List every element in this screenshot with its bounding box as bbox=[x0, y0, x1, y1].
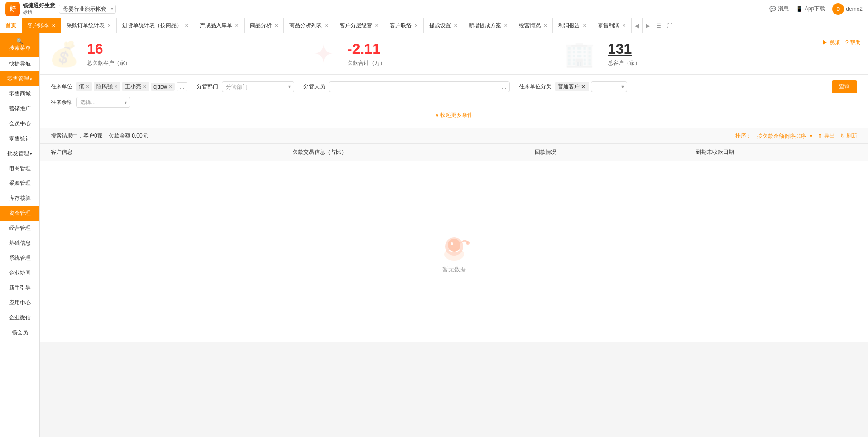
stat-block-customers: 16 总欠款客户（家） bbox=[51, 41, 336, 67]
industry-select[interactable]: 母婴行业演示帐套 bbox=[59, 5, 116, 14]
tab-nav-prev[interactable]: ◀ bbox=[632, 18, 643, 33]
unit-tag-3-remove[interactable]: ✕ bbox=[168, 84, 172, 89]
sidebar-item-retail-stats[interactable]: 零售统计 bbox=[0, 131, 39, 146]
tab-commission-settings[interactable]: 提成设置 ✕ bbox=[424, 18, 463, 33]
sidebar-item-retail-mgmt[interactable]: 零售管理 ▾ bbox=[0, 71, 39, 86]
tab-operation-status[interactable]: 经营情况 ✕ bbox=[513, 18, 553, 33]
filter-row-1: 往来单位 佤 ✕ 陈民强 ✕ 王小亮 ✕ cjttcw bbox=[51, 80, 857, 93]
sidebar-quick-nav[interactable]: 快捷导航 bbox=[0, 57, 39, 71]
sidebar-item-batch-mgmt[interactable]: 批发管理 ▾ bbox=[0, 146, 39, 161]
logo-icon: 好 bbox=[5, 2, 20, 16]
tab-profit-report[interactable]: 利润报告 ✕ bbox=[553, 18, 592, 33]
tab-product-analysis-list-close[interactable]: ✕ bbox=[325, 23, 328, 28]
sort-select-wrapper: 按欠款金额倒序排序 bbox=[757, 133, 812, 139]
tab-customer-ledger[interactable]: 客户账本 ✕ bbox=[22, 18, 61, 33]
tab-home[interactable]: 首页 bbox=[0, 18, 22, 33]
sidebar-item-member-center[interactable]: 会员中心 bbox=[0, 116, 39, 131]
sidebar-item-marketing[interactable]: 营销推广 bbox=[0, 101, 39, 116]
export-label: 导出 bbox=[824, 133, 835, 139]
unit-tag-2-text: 王小亮 bbox=[125, 83, 141, 90]
tab-profit-report-close[interactable]: ✕ bbox=[583, 23, 586, 28]
dept-select[interactable]: 分管部门 bbox=[222, 81, 294, 92]
sidebar-item-enterprise-collab[interactable]: 企业协同 bbox=[0, 266, 39, 280]
tab-product-analysis[interactable]: 商品分析 ✕ bbox=[245, 18, 284, 33]
unit-class-tag-0-text: 普通客户 bbox=[558, 83, 580, 90]
unit-class-tag-0-remove[interactable]: ✕ bbox=[581, 84, 585, 90]
unit-tag-2-remove[interactable]: ✕ bbox=[143, 84, 146, 89]
video-label: 视频 bbox=[829, 39, 840, 46]
sidebar-item-new-user-guide[interactable]: 新手引导 bbox=[0, 280, 39, 295]
video-btn[interactable]: ▶ 视频 bbox=[822, 39, 840, 47]
app-download-btn[interactable]: 📱 App下载 bbox=[796, 5, 825, 13]
message-btn[interactable]: 💬 消息 bbox=[769, 5, 789, 13]
query-button[interactable]: 查询 bbox=[832, 80, 857, 93]
chevron-down-icon2: ▾ bbox=[30, 152, 32, 156]
empty-text: 暂无数据 bbox=[442, 266, 466, 274]
tab-customer-segment-close[interactable]: ✕ bbox=[375, 23, 379, 28]
refresh-btn[interactable]: ↻ 刷新 bbox=[840, 132, 857, 140]
tab-product-inbound-close[interactable]: ✕ bbox=[235, 23, 239, 28]
sidebar-search[interactable]: 🔍 搜索菜单 bbox=[0, 33, 39, 57]
sidebar-quick-nav-label: 快捷导航 bbox=[9, 61, 31, 67]
tab-nav-next[interactable]: ▶ bbox=[643, 18, 653, 33]
sidebar-item-inventory-check[interactable]: 库存核算 bbox=[0, 191, 39, 206]
tab-purchase-order-stats[interactable]: 采购订单统计表 ✕ bbox=[61, 18, 117, 33]
sidebar-item-purchase-mgmt[interactable]: 采购管理 bbox=[0, 176, 39, 191]
tab-customer-contact[interactable]: 客户联络 ✕ bbox=[384, 18, 424, 33]
help-btn[interactable]: ? 帮助 bbox=[845, 39, 861, 47]
sidebar-item-vip-member[interactable]: 畅会员 bbox=[0, 325, 39, 340]
content-area: 💰 16 总欠款客户（家） ✦ -2.11 欠款合计（万） 🏢 131 总客户（… bbox=[40, 33, 868, 437]
unit-tags: 佤 ✕ 陈民强 ✕ 王小亮 ✕ cjttcw ✕ ... bbox=[76, 82, 187, 91]
unit-tag-1-remove[interactable]: ✕ bbox=[114, 84, 118, 89]
tab-customer-segment-label: 客户分层经营 bbox=[340, 22, 372, 29]
sidebar-item-ecommerce-mgmt[interactable]: 电商管理 bbox=[0, 161, 39, 176]
sidebar-batch-mgmt-label: 批发管理 bbox=[7, 150, 29, 157]
chevron-up-icon: ∧ bbox=[435, 112, 439, 119]
unit-tag-0-remove[interactable]: ✕ bbox=[86, 84, 89, 89]
tab-new-commission-plan-close[interactable]: ✕ bbox=[504, 23, 508, 28]
tab-home-label: 首页 bbox=[5, 22, 16, 29]
balance-select[interactable]: 选择... bbox=[76, 97, 130, 108]
sidebar-item-enterprise-wechat[interactable]: 企业微信 bbox=[0, 310, 39, 325]
export-btn[interactable]: ⬆ 导出 bbox=[818, 132, 834, 140]
tab-product-analysis-list[interactable]: 商品分析列表 ✕ bbox=[284, 18, 334, 33]
tab-customer-contact-close[interactable]: ✕ bbox=[414, 23, 418, 28]
sidebar-app-center-label: 应用中心 bbox=[9, 299, 31, 306]
tab-purchase-stats-by-product-close[interactable]: ✕ bbox=[185, 23, 188, 28]
tab-customer-ledger-close[interactable]: ✕ bbox=[52, 23, 55, 28]
tab-retail-profit-close[interactable]: ✕ bbox=[622, 23, 626, 28]
tab-operation-status-close[interactable]: ✕ bbox=[543, 23, 547, 28]
unit-tags-more[interactable]: ... bbox=[177, 82, 187, 91]
debt-text: 欠款金额 0.00元 bbox=[109, 133, 148, 139]
tab-fullscreen[interactable]: ⛶ bbox=[664, 18, 675, 33]
svg-point-3 bbox=[451, 242, 453, 245]
unit-class-select[interactable] bbox=[591, 81, 627, 92]
tab-new-commission-plan[interactable]: 新增提成方案 ✕ bbox=[463, 18, 513, 33]
sidebar-item-retail-store[interactable]: 零售商城 bbox=[0, 86, 39, 101]
sort-select[interactable]: 按欠款金额倒序排序 bbox=[757, 133, 812, 139]
user-menu[interactable]: D demo2 bbox=[832, 3, 863, 15]
sidebar-item-finance-mgmt[interactable]: 资金管理 bbox=[0, 206, 39, 221]
sidebar-member-center-label: 会员中心 bbox=[9, 120, 31, 127]
tab-product-inbound[interactable]: 产成品入库单 ✕ bbox=[194, 18, 245, 33]
sidebar-enterprise-collab-label: 企业协同 bbox=[9, 270, 31, 276]
tab-operation-status-label: 经营情况 bbox=[519, 22, 541, 29]
sidebar-item-operation-mgmt[interactable]: 经营管理 bbox=[0, 221, 39, 236]
person-input[interactable] bbox=[329, 81, 510, 92]
sidebar-retail-stats-label: 零售统计 bbox=[9, 135, 31, 142]
sidebar-system-label: 系统管理 bbox=[9, 255, 31, 261]
tab-retail-profit[interactable]: 零售利润 ✕ bbox=[592, 18, 632, 33]
sidebar-item-system-mgmt[interactable]: 系统管理 bbox=[0, 251, 39, 266]
tab-commission-settings-close[interactable]: ✕ bbox=[454, 23, 457, 28]
tab-nav-menu[interactable]: ☰ bbox=[653, 18, 664, 33]
industry-select-wrapper[interactable]: 母婴行业演示帐套 bbox=[59, 5, 116, 14]
filter-row-2: 往来余额 选择... bbox=[51, 97, 857, 108]
tab-customer-segment[interactable]: 客户分层经营 ✕ bbox=[334, 18, 384, 33]
sidebar-item-basic-info[interactable]: 基础信息 bbox=[0, 236, 39, 251]
tab-purchase-stats-by-product[interactable]: 进货单统计表（按商品） ✕ bbox=[117, 18, 194, 33]
person-input-ellipsis[interactable]: ... bbox=[502, 84, 506, 90]
tab-product-analysis-close[interactable]: ✕ bbox=[274, 23, 278, 28]
tab-purchase-order-stats-close[interactable]: ✕ bbox=[107, 23, 111, 28]
collapse-btn[interactable]: ∧ 收起更多条件 bbox=[435, 111, 473, 119]
sidebar-item-app-center[interactable]: 应用中心 bbox=[0, 295, 39, 310]
